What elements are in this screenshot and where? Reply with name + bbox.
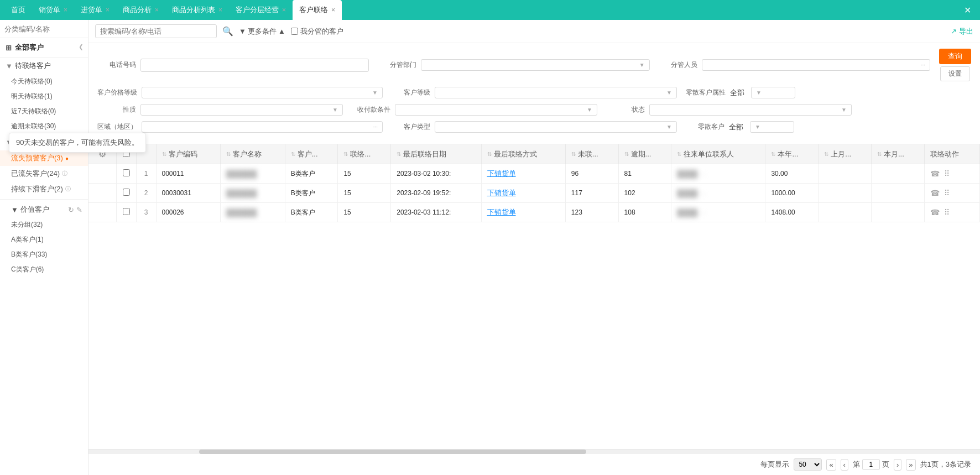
sidebar-item-today[interactable]: 今天待联络(0) bbox=[0, 74, 88, 89]
filter-search-button[interactable]: 🔍 bbox=[222, 26, 233, 36]
th-last-method-sort-icon[interactable]: ⇅ bbox=[487, 151, 492, 157]
close-purchase-tab[interactable]: × bbox=[106, 6, 110, 14]
th-uncontacted[interactable]: ⇅ 未联... bbox=[565, 144, 618, 164]
scrollbar-thumb[interactable] bbox=[199, 450, 586, 454]
th-last-date-sort-icon[interactable]: ⇅ bbox=[397, 151, 401, 157]
horizontal-scrollbar[interactable] bbox=[88, 449, 980, 453]
sidebar-group-value[interactable]: ▼ 价值客户 ↻ ✎ bbox=[0, 202, 88, 217]
sidebar-item-class-a[interactable]: A类客户(1) bbox=[0, 232, 88, 247]
th-unit-contacts-sort-icon[interactable]: ⇅ bbox=[677, 151, 681, 157]
row-action-more-1[interactable]: ⠿ bbox=[944, 189, 950, 197]
th-last-date[interactable]: ⇅ 最后联络日期 bbox=[391, 144, 481, 164]
th-code-sort-icon[interactable]: ⇅ bbox=[162, 151, 166, 157]
th-overdue-sort-icon[interactable]: ⇅ bbox=[624, 151, 629, 157]
th-last-month[interactable]: ⇅ 上月... bbox=[819, 144, 872, 164]
row-check-0[interactable] bbox=[123, 169, 130, 176]
filter-customer-level-select[interactable]: ▼ bbox=[435, 87, 677, 98]
row-action-contact-2[interactable]: ☎ bbox=[930, 208, 940, 217]
sidebar-item-class-c[interactable]: C类客户(6) bbox=[0, 262, 88, 277]
row-last-method-2[interactable]: 下销货单 bbox=[481, 203, 565, 222]
row-checkbox-1[interactable] bbox=[116, 184, 136, 203]
sidebar-search-input[interactable] bbox=[4, 25, 88, 33]
close-customer-contact-tab[interactable]: × bbox=[331, 6, 335, 14]
next-page-btn[interactable]: › bbox=[894, 459, 901, 471]
sidebar-item-churned[interactable]: 已流失客户(24) ⓘ bbox=[0, 166, 88, 181]
filter-more-conditions-btn[interactable]: ▼ 更多条件 ▲ bbox=[239, 27, 285, 36]
sidebar-all-customers[interactable]: ⊞ 全部客户 《 bbox=[0, 38, 88, 58]
close-analysis-table-tab[interactable]: × bbox=[218, 6, 222, 14]
sidebar-group-pending[interactable]: ▼ 待联络客户 bbox=[0, 58, 88, 74]
row-checkbox-2[interactable] bbox=[116, 203, 136, 222]
th-name[interactable]: ⇅ 客户名称 bbox=[221, 144, 285, 164]
th-uncontacted-sort-icon[interactable]: ⇅ bbox=[571, 151, 576, 157]
th-name-sort-icon[interactable]: ⇅ bbox=[226, 151, 231, 157]
filter-region-select[interactable]: ··· bbox=[142, 121, 383, 133]
row-action-contact-0[interactable]: ☎ bbox=[930, 169, 940, 178]
close-analysis-tab[interactable]: × bbox=[155, 6, 159, 14]
close-all-tabs-icon[interactable]: ✕ bbox=[960, 5, 976, 15]
tab-analysis-table[interactable]: 商品分析列表 × bbox=[165, 0, 229, 20]
th-last-method[interactable]: ⇅ 最后联络方式 bbox=[481, 144, 565, 164]
edit-icon[interactable]: ✎ bbox=[76, 206, 82, 214]
settings-button[interactable]: 设置 bbox=[940, 66, 970, 81]
tab-customer-contact[interactable]: 客户联络 × bbox=[293, 0, 342, 20]
row-action-more-2[interactable]: ⠿ bbox=[944, 208, 950, 217]
filter-phone-input[interactable] bbox=[140, 59, 369, 72]
th-this-year[interactable]: ⇅ 本年... bbox=[765, 144, 819, 164]
th-type[interactable]: ⇅ 客户... bbox=[285, 144, 338, 164]
tab-analysis[interactable]: 商品分析 × bbox=[116, 0, 165, 20]
first-page-btn[interactable]: « bbox=[826, 459, 836, 471]
th-contacts[interactable]: ⇅ 联络... bbox=[338, 144, 391, 164]
prev-page-btn[interactable]: ‹ bbox=[841, 459, 848, 471]
filter-payment-select[interactable]: ▼ bbox=[395, 104, 597, 116]
filter-customer-type-select[interactable]: ▼ bbox=[435, 121, 677, 133]
export-button[interactable]: ↗ 导出 bbox=[951, 27, 973, 36]
query-button[interactable]: 查询 bbox=[939, 49, 971, 64]
close-customer-segment-tab[interactable]: × bbox=[282, 6, 286, 14]
filter-gender-select[interactable]: ▼ bbox=[140, 104, 343, 116]
sidebar-search-bar[interactable]: 🔍 bbox=[0, 20, 88, 38]
th-overdue[interactable]: ⇅ 逾期... bbox=[618, 144, 671, 164]
tab-home[interactable]: 首页 bbox=[4, 0, 32, 20]
filter-search-input[interactable] bbox=[95, 24, 217, 38]
collapse-sidebar-icon[interactable]: 《 bbox=[76, 43, 82, 53]
filter-zero-attr-select[interactable]: ▼ bbox=[751, 87, 795, 98]
row-last-method-1[interactable]: 下销货单 bbox=[481, 184, 565, 203]
row-check-2[interactable] bbox=[123, 208, 130, 215]
sidebar-item-class-b[interactable]: B类客户(33) bbox=[0, 247, 88, 262]
tab-purchase[interactable]: 进货单 × bbox=[74, 0, 116, 20]
sidebar-item-ungroup[interactable]: 未分组(32) bbox=[0, 217, 88, 232]
th-this-month[interactable]: ⇅ 本月... bbox=[871, 144, 924, 164]
last-page-btn[interactable]: » bbox=[906, 459, 915, 471]
filter-dept-select[interactable]: ▼ bbox=[421, 59, 649, 71]
filter-manager-select[interactable]: ··· bbox=[702, 59, 930, 71]
my-customers-checkbox[interactable]: 我分管的客户 bbox=[291, 27, 343, 36]
page-number-input[interactable] bbox=[862, 459, 880, 470]
row-check-1[interactable] bbox=[123, 189, 130, 196]
tab-customer-segment[interactable]: 客户分层经营 × bbox=[229, 0, 293, 20]
th-type-sort-icon[interactable]: ⇅ bbox=[291, 151, 295, 157]
refresh-icon[interactable]: ↻ bbox=[68, 206, 74, 214]
filter-zero-customer-select[interactable]: ▼ bbox=[750, 121, 794, 133]
th-code[interactable]: ⇅ 客户编码 bbox=[156, 144, 221, 164]
sidebar-item-overdue[interactable]: 逾期未联络(30) bbox=[0, 119, 88, 134]
filter-price-level-select[interactable]: ▼ bbox=[142, 87, 383, 98]
th-this-year-sort-icon[interactable]: ⇅ bbox=[771, 151, 775, 157]
sidebar-item-churn-warning[interactable]: 流失预警客户(3) ● bbox=[0, 150, 88, 166]
sidebar-item-declining[interactable]: 持续下滑客户(2) ⓘ bbox=[0, 181, 88, 197]
sidebar-item-week[interactable]: 近7天待联络(0) bbox=[0, 104, 88, 119]
th-unit-contacts[interactable]: ⇅ 往来单位联系人 bbox=[671, 144, 765, 164]
th-last-month-sort-icon[interactable]: ⇅ bbox=[824, 151, 828, 157]
close-sales-tab[interactable]: × bbox=[64, 6, 67, 14]
per-page-select[interactable]: 50 100 200 bbox=[794, 458, 822, 471]
sidebar-item-tomorrow[interactable]: 明天待联络(1) bbox=[0, 89, 88, 104]
row-last-method-0[interactable]: 下销货单 bbox=[481, 164, 565, 184]
row-checkbox-0[interactable] bbox=[116, 164, 136, 184]
tab-sales[interactable]: 销货单 × bbox=[32, 0, 74, 20]
th-this-month-sort-icon[interactable]: ⇅ bbox=[877, 151, 882, 157]
row-action-more-0[interactable]: ⠿ bbox=[944, 169, 950, 178]
my-customers-input[interactable] bbox=[291, 28, 298, 35]
filter-status-select[interactable]: ▼ bbox=[649, 104, 852, 116]
row-action-contact-1[interactable]: ☎ bbox=[930, 189, 940, 197]
th-contacts-sort-icon[interactable]: ⇅ bbox=[343, 151, 348, 157]
